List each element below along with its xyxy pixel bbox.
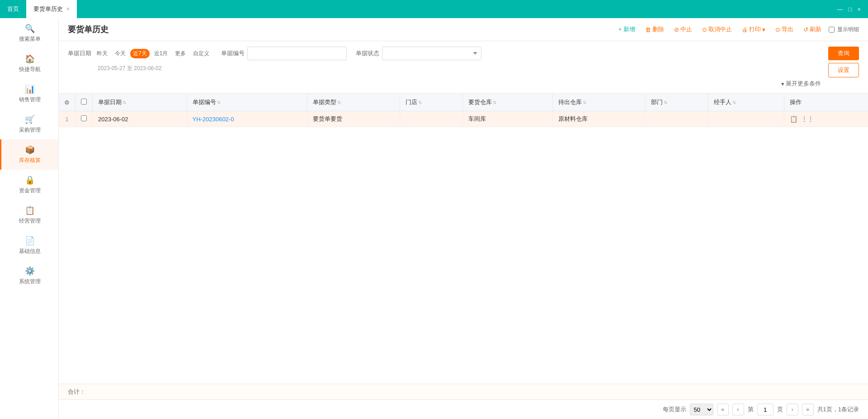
sidebar-item-system[interactable]: ⚙️ 系统管理	[0, 261, 58, 291]
sidebar-label-sales: 销售管理	[19, 96, 41, 104]
operations-icon: 📋	[25, 205, 35, 215]
row-date: 2023-06-02	[93, 111, 187, 127]
page-size-label: 每页显示	[663, 405, 686, 414]
pagination-bar: 每页显示 10 20 50 100 « ‹ 第 页 › » 共1页，1条记录	[59, 400, 868, 419]
page-size-select[interactable]: 10 20 50 100	[690, 404, 713, 415]
prev-page-button[interactable]: ‹	[732, 404, 744, 415]
date-range-display: 2023-05-27 至 2023-06-02	[98, 65, 161, 72]
page-header: 要货单历史 + 新增 🗑 删除 ⊘ 中止 ⊙ 取消中止 🖨 打印	[59, 18, 868, 41]
data-table: ⚙ 单据日期⇅ 单据编号⇅ 单据类型⇅ 门店⇅ 要货仓库⇅ 待出仓库⇅ 部门⇅ …	[59, 94, 868, 127]
cancel-icon: ⊙	[702, 26, 707, 33]
date-1month[interactable]: 近1月	[151, 49, 171, 58]
sidebar-item-shortcuts[interactable]: 🏠 快捷导航	[0, 48, 58, 79]
doc-number-input[interactable]	[247, 47, 347, 60]
filter-settings-button[interactable]: 设置	[828, 63, 859, 77]
table-settings-header[interactable]: ⚙	[59, 94, 75, 111]
select-all-checkbox[interactable]	[81, 99, 87, 105]
date-yesterday[interactable]: 昨天	[94, 49, 110, 58]
date-custom[interactable]: 自定义	[190, 49, 212, 58]
page-title: 要货单历史	[68, 24, 108, 35]
tab-active[interactable]: 要货单历史 ×	[26, 0, 77, 18]
date-range-row: 2023-05-27 至 2023-06-02	[68, 65, 821, 72]
first-page-button[interactable]: «	[717, 404, 729, 415]
stop-button[interactable]: ⊘ 中止	[671, 24, 695, 35]
doc-number-link[interactable]: YH-20230602-0	[193, 116, 234, 123]
sidebar-label-finance: 资金管理	[19, 187, 41, 195]
col-date[interactable]: 单据日期⇅	[93, 94, 187, 111]
cancel-stop-button[interactable]: ⊙ 取消中止	[699, 24, 735, 35]
purchase-icon: 🛒	[25, 114, 35, 124]
expand-icon: ▾	[781, 81, 784, 87]
status-select[interactable]	[382, 47, 481, 60]
tab-home[interactable]: 首页	[0, 0, 26, 18]
close-tab-button[interactable]: ×	[66, 6, 70, 12]
sidebar-label-shortcuts: 快捷导航	[19, 66, 41, 73]
doc-number-label: 单据编号	[221, 49, 245, 57]
minimize-button[interactable]: —	[837, 6, 843, 13]
table-footer: 合计：	[59, 384, 868, 400]
delete-button[interactable]: 🗑 删除	[642, 24, 667, 35]
sidebar-item-sales[interactable]: 📊 销售管理	[0, 79, 58, 109]
last-page-button[interactable]: »	[802, 404, 814, 415]
row-pending-warehouse: 原材料仓库	[552, 111, 645, 127]
status-label: 单据状态	[356, 49, 379, 57]
refresh-icon: ↺	[803, 26, 808, 33]
sidebar-item-purchase[interactable]: 🛒 采购管理	[0, 109, 58, 139]
maximize-button[interactable]: □	[849, 6, 852, 13]
home-icon: 🏠	[25, 54, 35, 64]
filter-area: 单据日期 昨天 今天 近7天 近1月 更多 自定义	[59, 41, 868, 94]
row-edit-button[interactable]: 📋	[790, 115, 797, 123]
export-button[interactable]: ⊙ 导出	[773, 24, 796, 35]
close-window-button[interactable]: ×	[857, 6, 861, 13]
refresh-button[interactable]: ↺ 刷新	[801, 24, 824, 35]
export-icon: ⊙	[775, 26, 780, 33]
col-pending-warehouse[interactable]: 待出仓库⇅	[552, 94, 645, 111]
sidebar-item-operations[interactable]: 📋 经营管理	[0, 200, 58, 230]
row-checkbox-cell[interactable]	[75, 111, 93, 127]
sidebar-item-basic[interactable]: 📄 基础信息	[0, 230, 58, 261]
basic-icon: 📄	[25, 236, 35, 246]
date-7days[interactable]: 近7天	[130, 49, 150, 58]
row-department	[645, 111, 708, 127]
table-header-row: ⚙ 单据日期⇅ 单据编号⇅ 单据类型⇅ 门店⇅ 要货仓库⇅ 待出仓库⇅ 部门⇅ …	[59, 94, 868, 111]
row-checkbox[interactable]	[81, 115, 87, 121]
row-number-cell: YH-20230602-0	[187, 111, 307, 127]
table-checkbox-header[interactable]	[75, 94, 93, 111]
query-button[interactable]: 查询	[828, 47, 859, 60]
sidebar-item-search[interactable]: 🔍 搜索菜单	[0, 18, 58, 48]
main-layout: 🔍 搜索菜单 🏠 快捷导航 📊 销售管理 🛒 采购管理 📦 库存核算 🔒 资金管…	[0, 18, 868, 419]
date-filter-group: 单据日期 昨天 今天 近7天 近1月 更多 自定义	[68, 49, 212, 58]
row-handler	[708, 111, 784, 127]
sidebar-label-basic: 基础信息	[19, 248, 41, 255]
expand-conditions-button[interactable]: ▾ 展开更多条件	[781, 80, 821, 88]
filter-actions: 查询 设置	[828, 47, 859, 77]
print-button[interactable]: 🖨 打印 ▾	[739, 24, 768, 35]
show-detail-checkbox[interactable]	[829, 27, 835, 33]
date-shortcuts: 昨天 今天 近7天 近1月 更多 自定义	[94, 49, 212, 58]
date-label: 单据日期	[68, 49, 91, 57]
next-page-button[interactable]: ›	[787, 404, 798, 415]
page-number-input[interactable]	[757, 404, 774, 415]
show-detail-toggle[interactable]: 显示明细	[829, 26, 859, 33]
sidebar-label-search: 搜索菜单	[19, 35, 41, 43]
sidebar-item-inventory[interactable]: 📦 库存核算	[0, 139, 58, 170]
col-number[interactable]: 单据编号⇅	[187, 94, 307, 111]
filter-left: 单据日期 昨天 今天 近7天 近1月 更多 自定义	[68, 47, 821, 88]
page-of-label: 页	[777, 405, 783, 414]
col-type[interactable]: 单据类型⇅	[307, 94, 400, 111]
date-more[interactable]: 更多	[172, 49, 189, 58]
col-store[interactable]: 门店⇅	[400, 94, 463, 111]
sidebar-item-finance[interactable]: 🔒 资金管理	[0, 170, 58, 200]
col-handler[interactable]: 经手人⇅	[708, 94, 784, 111]
row-more-button[interactable]: ⋮⋮	[801, 115, 814, 123]
col-req-warehouse[interactable]: 要货仓库⇅	[463, 94, 552, 111]
window-controls: — □ ×	[837, 6, 868, 13]
row-type: 要货单要货	[307, 111, 400, 127]
top-bar: 首页 要货单历史 × — □ ×	[0, 0, 868, 18]
row-index: 1	[59, 111, 75, 127]
date-today[interactable]: 今天	[112, 49, 128, 58]
col-department[interactable]: 部门⇅	[645, 94, 708, 111]
page-label: 第	[748, 405, 754, 414]
sales-icon: 📊	[25, 84, 35, 94]
add-button[interactable]: + 新增	[616, 24, 638, 35]
